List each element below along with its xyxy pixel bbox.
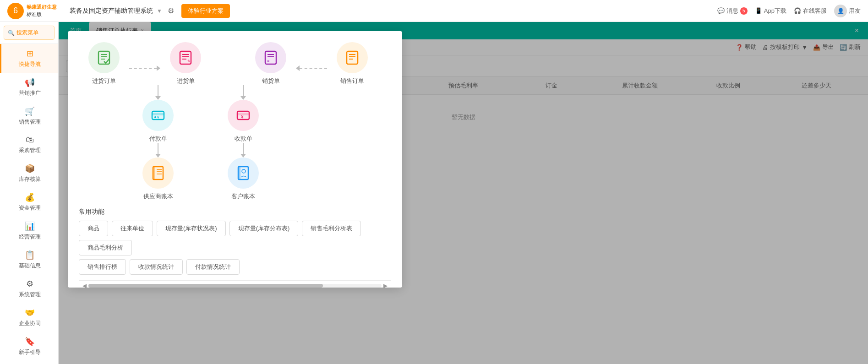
system-title: 装备及固定资产辅助管理系统	[70, 7, 153, 15]
btn-counterpart[interactable]: 往来单位	[112, 221, 153, 236]
supplier-ledger-label: 供应商账本	[143, 192, 173, 201]
logo-icon: 6	[7, 3, 24, 19]
logo-text: 畅康通好生意 标准版	[27, 4, 57, 18]
message-icon: 💬	[717, 7, 725, 14]
svg-text:¥: ¥	[240, 114, 244, 120]
sidebar-item-label-guide: 新手引导	[19, 348, 41, 356]
sidebar-item-purchase[interactable]: 🛍 采购管理	[0, 130, 58, 159]
avatar: 👤	[834, 5, 847, 17]
guide-icon: 🔖	[25, 337, 35, 347]
gear-button[interactable]: ⚙	[168, 6, 174, 15]
svg-rect-0	[98, 51, 109, 64]
message-label: 消息	[726, 7, 738, 15]
flow-node-customer-ledger[interactable]: 客户账本	[218, 158, 268, 201]
btn-stock-dist[interactable]: 现存量(库存分布表)	[229, 221, 299, 236]
basic-icon: 📋	[25, 250, 35, 260]
customer-ledger-label: 客户账本	[231, 192, 255, 201]
payment-label: 付款单	[149, 135, 167, 143]
sales-order-icon	[337, 42, 368, 73]
receipt-icon: ¥	[228, 100, 259, 131]
sidebar-item-operation[interactable]: 📊 经营管理	[0, 217, 58, 245]
scroll-right-arrow[interactable]: ▶	[383, 283, 388, 288]
user-name: 用友	[849, 7, 861, 15]
inventory-icon: 📦	[25, 163, 35, 174]
app-download-label: App下载	[764, 7, 786, 15]
btn-receipt-stats[interactable]: 收款情况统计	[130, 259, 183, 275]
btn-goods-margin[interactable]: 商品毛利分析	[79, 240, 132, 255]
app-download-button[interactable]: 📱 App下载	[755, 7, 786, 15]
svg-rect-30	[238, 167, 240, 179]
search-icon: 🔍	[8, 30, 15, 36]
sidebar-item-finance[interactable]: 💰 资金管理	[0, 188, 58, 217]
operation-icon: 📊	[25, 221, 35, 231]
svg-rect-25	[153, 167, 155, 179]
flow-node-sales-order[interactable]: 销售订单	[327, 42, 377, 85]
sidebar-item-system[interactable]: ⚙ 系统管理	[0, 274, 58, 303]
sidebar-item-inventory[interactable]: 📦 库存核算	[0, 159, 58, 188]
search-menu-button[interactable]: 🔍 搜索菜单	[4, 26, 55, 40]
user-menu[interactable]: 👤 用友	[834, 5, 861, 17]
flow-node-receipt[interactable]: ¥ 收款单	[218, 100, 268, 143]
purchase-slip-label: 进货单	[177, 77, 195, 85]
sidebar-item-quick-nav[interactable]: ⊞ 快捷导航	[0, 44, 58, 73]
sidebar-item-sales[interactable]: 🛒 销售管理	[0, 102, 58, 130]
btn-stock-status[interactable]: 现存量(库存状况表)	[157, 221, 226, 236]
svg-text:✎: ✎	[187, 59, 191, 64]
arrow-sales-order-to-slip	[296, 65, 327, 71]
top-bar: 6 畅康通好生意 标准版 装备及固定资产辅助管理系统 ▼ ⚙ 体验行业方案 💬 …	[0, 0, 868, 22]
trial-button[interactable]: 体验行业方案	[181, 4, 230, 18]
flow-node-purchase-slip[interactable]: ✎ 进货单	[160, 42, 211, 85]
btn-sales-margin[interactable]: 销售毛利分析表	[302, 221, 361, 236]
receipt-label: 收款单	[235, 135, 252, 143]
message-badge: 5	[740, 7, 748, 15]
sidebar-item-label-purchase: 采购管理	[19, 147, 41, 154]
online-service-button[interactable]: 🎧 在线客服	[794, 7, 827, 15]
flow-node-payment[interactable]: ¥ 付款单	[133, 100, 183, 143]
sidebar-item-label-finance: 资金管理	[19, 204, 41, 212]
finance-icon: 💰	[25, 192, 35, 202]
flow-node-sales-slip[interactable]: ≡ 销货单	[246, 42, 296, 85]
supplier-ledger-icon	[142, 158, 174, 189]
btn-goods[interactable]: 商品	[79, 221, 108, 236]
sidebar-item-guide[interactable]: 🔖 新手引导	[0, 332, 58, 361]
sales-order-label: 销售订单	[340, 77, 364, 85]
logo-area: 6 畅康通好生意 标准版	[7, 3, 66, 19]
common-title: 常用功能	[79, 208, 391, 216]
top-right: 💬 消息 5 📱 App下载 🎧 在线客服 👤 用友	[717, 5, 861, 17]
horizontal-scrollbar: ◀ ▶	[79, 280, 391, 288]
purchase-order-label: 进货订单	[92, 77, 116, 85]
purchase-order-icon	[88, 42, 120, 73]
sidebar-item-basic[interactable]: 📋 基础信息	[0, 245, 58, 274]
svg-text:¥: ¥	[157, 115, 159, 120]
sidebar-item-cooperation[interactable]: 🤝 企业协同	[0, 303, 58, 332]
app-icon: 📱	[755, 7, 762, 14]
scroll-left-arrow[interactable]: ◀	[82, 283, 87, 288]
sidebar-item-label-system: 系统管理	[19, 291, 41, 299]
btn-sales-rank[interactable]: 销售排行榜	[79, 259, 126, 275]
scroll-track[interactable]	[88, 284, 382, 288]
title-dropdown-icon[interactable]: ▼	[157, 8, 162, 14]
sales-slip-icon: ≡	[255, 42, 286, 73]
sidebar-item-label-cooperation: 企业协同	[19, 320, 41, 327]
flow-node-supplier-ledger[interactable]: 供应商账本	[133, 158, 183, 201]
message-button[interactable]: 💬 消息 5	[717, 7, 748, 15]
common-buttons-row2: 销售排行榜 收款情况统计 付款情况统计	[79, 259, 391, 275]
sidebar-item-marketing[interactable]: 📢 营销推广	[0, 73, 58, 102]
svg-point-31	[242, 169, 246, 173]
system-icon: ⚙	[26, 279, 33, 289]
payment-icon: ¥	[142, 100, 174, 131]
sidebar-search: 🔍 搜索菜单	[0, 22, 58, 44]
sidebar: 🔍 搜索菜单 ⊞ 快捷导航 📢 营销推广 🛒 销售管理 🛍 采购管理	[0, 22, 59, 364]
sidebar-item-label-sales: 销售管理	[19, 118, 41, 126]
sidebar-item-label-inventory: 库存核算	[19, 175, 41, 183]
flow-node-purchase-order[interactable]: 进货订单	[79, 42, 129, 85]
sidebar-item-label-operation: 经营管理	[19, 233, 41, 241]
svg-rect-13	[347, 51, 358, 64]
system-title-area: 装备及固定资产辅助管理系统 ▼ ⚙ 体验行业方案	[70, 4, 230, 18]
online-service-label: 在线客服	[803, 7, 827, 15]
quick-nav-modal: 进货订单 ✎ 进货单	[68, 31, 402, 288]
scroll-thumb[interactable]	[88, 284, 323, 288]
svg-point-19	[154, 116, 156, 118]
modal-overlay[interactable]: 进货订单 ✎ 进货单	[59, 22, 868, 364]
btn-payment-stats[interactable]: 付款情况统计	[186, 259, 240, 275]
